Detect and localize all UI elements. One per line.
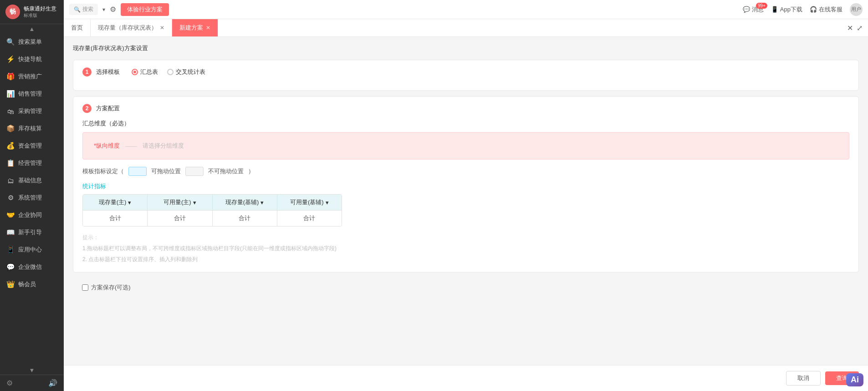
sidebar-item-label: 经营管理 [18, 159, 42, 167]
topbar-dropdown-icon[interactable]: ▾ [102, 6, 105, 13]
online-service-label: 在线客服 [819, 5, 842, 14]
sidebar-item-marketing[interactable]: 🎁 营销推广 [0, 68, 64, 85]
vertical-label: *纵向维度 [94, 142, 120, 150]
tab-new-scheme[interactable]: 新建方案 ✕ [172, 19, 218, 36]
radio-cross[interactable]: 交叉统计表 [167, 68, 205, 76]
sidebar-item-label: 资金管理 [18, 142, 42, 150]
search-menu-icon: 🔍 [6, 38, 15, 46]
save-checkbox[interactable] [82, 284, 88, 291]
col-header-label-1: 可用量(主) [163, 198, 191, 206]
summary-dimension-title: 汇总维度（必选） [82, 119, 849, 128]
search-icon: 🔍 [74, 6, 81, 13]
sidebar-scroll-up[interactable]: ▲ [0, 24, 64, 33]
sidebar-item-label: 营销推广 [18, 72, 42, 81]
app-download-badge[interactable]: 📱 App下载 [771, 5, 802, 14]
col-header-2[interactable]: 现存量(基辅) ▾ [213, 195, 277, 210]
messages-badge[interactable]: 💬 消息 99+ [743, 5, 764, 14]
sidebar-item-system[interactable]: ⚙ 系统管理 [0, 189, 64, 206]
immovable-indicator-box [185, 167, 204, 176]
online-service-badge[interactable]: 🎧 在线客服 [810, 5, 842, 14]
cancel-button[interactable]: 取消 [786, 371, 821, 386]
stats-label: 统计指标 [82, 182, 849, 190]
sidebar-item-finance[interactable]: 💰 资金管理 [0, 137, 64, 154]
tab-home[interactable]: 首页 [64, 19, 91, 36]
app-download-label: App下载 [780, 5, 802, 14]
member-icon: 👑 [6, 280, 15, 288]
step1-card: 1 选择模板 汇总表 交叉统计表 [73, 60, 859, 91]
online-service-icon: 🎧 [810, 6, 817, 13]
template-indicator-title: 模板指标设定（ [82, 167, 124, 175]
sidebar: 畅 畅康通好生意 标准版 ▲ 🔍 搜索菜单 ⚡ 快捷导航 🎁 营销推广 📊 销售… [0, 0, 64, 391]
tab-inventory-close[interactable]: ✕ [160, 25, 164, 31]
message-icon: 💬 [743, 6, 750, 13]
step1-num: 1 [82, 67, 92, 77]
col-header-label-0: 现存量(主) [99, 198, 127, 206]
movable-indicator-box [128, 167, 147, 176]
sidebar-item-basic-info[interactable]: 🗂 基础信息 [0, 172, 64, 189]
topbar-right: 💬 消息 99+ 📱 App下载 🎧 在线客服 用户 [743, 3, 863, 16]
vertical-dimension-area[interactable]: *纵向维度 —— 请选择分组维度 [82, 132, 849, 159]
messages-count: 99+ [756, 3, 767, 9]
sidebar-item-quick-nav[interactable]: ⚡ 快捷导航 [0, 51, 64, 68]
col-dropdown-0[interactable]: ▾ [128, 199, 131, 206]
col-header-3[interactable]: 可用量(基辅) ▾ [277, 195, 342, 210]
sidebar-item-app-center[interactable]: 📱 应用中心 [0, 241, 64, 258]
sidebar-item-member[interactable]: 👑 畅会员 [0, 276, 64, 293]
tab-new-scheme-close[interactable]: ✕ [206, 25, 210, 31]
stats-table-body: 合计 合计 合计 合计 [83, 210, 342, 226]
settings-icon[interactable]: ⚙ [6, 379, 13, 387]
sidebar-item-operations[interactable]: 📋 经营管理 [0, 154, 64, 172]
content-area: 现存量(库存状况表)方案设置 1 选择模板 汇总表 交叉统计表 [64, 37, 868, 365]
basic-info-icon: 🗂 [6, 176, 15, 185]
page-title: 现存量(库存状况表)方案设置 [73, 44, 859, 52]
trial-button[interactable]: 体验行业方案 [121, 3, 169, 16]
template-radio-group: 汇总表 交叉统计表 [132, 68, 205, 76]
app-download-icon: 📱 [771, 6, 778, 13]
topbar-gear-icon[interactable]: ⚙ [110, 5, 116, 14]
vertical-placeholder: 请选择分组维度 [143, 142, 184, 150]
sidebar-item-newbie[interactable]: 📖 新手引导 [0, 224, 64, 241]
col-header-label-2: 现存量(基辅) [225, 198, 259, 206]
sidebar-item-label: 库存核算 [18, 124, 42, 133]
radio-summary[interactable]: 汇总表 [132, 68, 158, 76]
action-bar: 取消 查询 [64, 365, 868, 391]
search-box[interactable]: 🔍 搜索 [69, 4, 98, 15]
col-header-label-3: 可用量(基辅) [290, 198, 324, 206]
vertical-divider: —— [125, 143, 137, 149]
col-header-1[interactable]: 可用量(主) ▾ [148, 195, 212, 210]
panel-expand-button[interactable]: ⤢ [857, 24, 863, 32]
sidebar-logo-title: 畅康通好生意 [24, 5, 56, 13]
col-body-0: 合计 [83, 211, 148, 226]
finance-icon: 💰 [6, 142, 15, 150]
sidebar-logo-icon: 畅 [5, 5, 20, 19]
sidebar-item-search-menu[interactable]: 🔍 搜索菜单 [0, 33, 64, 51]
col-header-0[interactable]: 现存量(主) ▾ [83, 195, 148, 210]
topbar: 🔍 搜索 ▾ ⚙ 体验行业方案 💬 消息 99+ 📱 App下载 🎧 在线客服 … [64, 0, 868, 19]
purchase-icon: 🛍 [6, 107, 15, 115]
col-dropdown-2[interactable]: ▾ [260, 199, 264, 206]
newbie-icon: 📖 [6, 228, 15, 237]
system-icon: ⚙ [6, 194, 15, 202]
sidebar-item-enterprise[interactable]: 🤝 企业协同 [0, 206, 64, 224]
sidebar-item-purchase[interactable]: 🛍 采购管理 [0, 103, 64, 120]
user-avatar[interactable]: 用户 [850, 3, 863, 16]
sidebar-footer: ⚙ 🔊 [0, 375, 64, 391]
sidebar-item-inventory[interactable]: 📦 库存核算 [0, 120, 64, 137]
ai-badge[interactable]: Ai [846, 373, 863, 386]
sidebar-item-wechat[interactable]: 💬 企业微信 [0, 258, 64, 276]
sidebar-item-label: 企业协同 [18, 211, 42, 219]
col-dropdown-1[interactable]: ▾ [193, 199, 196, 206]
stats-table-header: 现存量(主) ▾ 可用量(主) ▾ 现存量(基辅) ▾ 可用量(基辅) [83, 195, 342, 210]
col-dropdown-3[interactable]: ▾ [326, 199, 329, 206]
sidebar-item-label: 新手引导 [18, 228, 42, 237]
panel-close-button[interactable]: ✕ [847, 24, 853, 32]
sidebar-scroll-down[interactable]: ▼ [0, 365, 64, 375]
save-option-row: 方案保存(可选) [73, 278, 859, 297]
tab-new-scheme-label: 新建方案 [179, 24, 203, 32]
speaker-icon[interactable]: 🔊 [48, 379, 57, 387]
tab-inventory[interactable]: 现存量（库存状况表） ✕ [91, 19, 172, 36]
step2-num: 2 [82, 104, 92, 113]
quick-nav-icon: ⚡ [6, 55, 15, 63]
sidebar-item-sales[interactable]: 📊 销售管理 [0, 85, 64, 103]
sidebar-item-label: 应用中心 [18, 246, 42, 254]
